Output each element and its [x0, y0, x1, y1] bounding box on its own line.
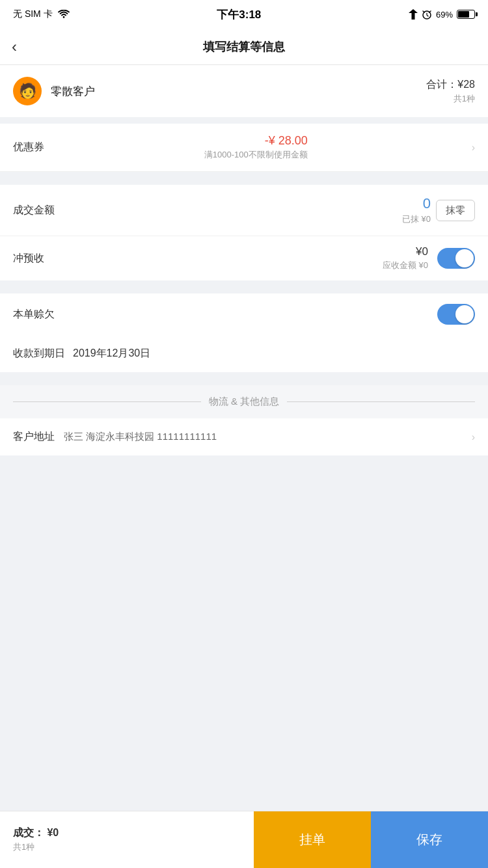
due-date-value[interactable]: 2019年12月30日 [73, 347, 150, 360]
divider-1 [0, 178, 488, 185]
bottom-bar: 成交： ¥0 共1种 挂单 保存 [0, 811, 488, 868]
address-row[interactable]: 客户地址 张三 海淀永丰科技园 11111111111 › [0, 418, 488, 455]
logistics-line-right [287, 401, 475, 402]
alarm-icon [422, 9, 432, 20]
bottom-amount-value: ¥0 [47, 827, 59, 838]
debt-card: 本单赊欠 收款到期日 2019年12月30日 [0, 293, 488, 372]
debt-row: 本单赊欠 [0, 293, 488, 335]
customer-name: 零散客户 [51, 84, 95, 99]
prepayment-receivable: 应收金额 ¥0 [383, 260, 428, 271]
debt-toggle[interactable] [437, 304, 475, 325]
prepayment-amount: ¥0 [383, 245, 428, 258]
transaction-amount[interactable]: 0 [402, 195, 431, 212]
logistics-title: 物流 & 其他信息 [209, 396, 279, 408]
status-left: 无 SIM 卡 [13, 8, 70, 20]
hold-button[interactable]: 挂单 [254, 811, 371, 869]
debt-label: 本单赊欠 [13, 308, 55, 321]
content-area: 🧑 零散客户 合计：¥28 共1种 优惠券 -¥ 28.00 满1000-100… [0, 65, 488, 683]
avatar: 🧑 [13, 77, 42, 105]
prepayment-toggle[interactable] [437, 248, 475, 269]
prepayment-label: 冲预收 [13, 252, 44, 265]
coupon-discount: -¥ 28.00 [265, 134, 308, 148]
customer-right: 合计：¥28 共1种 [426, 78, 475, 105]
prepayment-amounts: ¥0 应收金额 ¥0 [383, 245, 428, 271]
debt-toggle-knob [455, 305, 474, 323]
coupon-right: -¥ 28.00 满1000-100不限制使用金额 [204, 134, 308, 161]
status-right: 69% [409, 9, 475, 20]
coupon-subtext: 满1000-100不限制使用金额 [204, 149, 308, 161]
divider-3 [0, 379, 488, 385]
due-date-label: 收款到期日 [13, 347, 65, 360]
customer-left: 🧑 零散客户 [13, 77, 95, 105]
toggle-knob [455, 249, 474, 267]
transaction-row: 成交金额 0 已抹 ¥0 抹零 [0, 185, 488, 236]
nav-bar: ‹ 填写结算等信息 [0, 29, 488, 65]
logistics-line-left [13, 401, 201, 402]
empty-area [0, 455, 488, 625]
svg-point-0 [62, 16, 64, 18]
prepayment-row: 冲预收 ¥0 应收金额 ¥0 [0, 236, 488, 280]
transaction-right: 0 已抹 ¥0 抹零 [402, 195, 475, 225]
transaction-card: 成交金额 0 已抹 ¥0 抹零 冲预收 ¥0 应收金额 ¥0 [0, 185, 488, 280]
bottom-amount-label: 成交： ¥0 [13, 826, 241, 840]
coupon-card: 优惠券 -¥ 28.00 满1000-100不限制使用金额 › [0, 124, 488, 172]
battery-label: 69% [436, 10, 453, 20]
divider-2 [0, 287, 488, 293]
bottom-amount-prefix: 成交： [13, 827, 44, 838]
logistics-header: 物流 & 其他信息 [0, 385, 488, 418]
back-button[interactable]: ‹ [12, 38, 17, 56]
address-chevron: › [468, 431, 475, 443]
bottom-summary: 成交： ¥0 共1种 [0, 826, 254, 853]
chevron-right-icon: › [472, 142, 475, 154]
no-sim-label: 无 SIM 卡 [13, 8, 53, 20]
save-button[interactable]: 保存 [371, 811, 488, 869]
total-count: 共1种 [426, 93, 475, 105]
wifi-icon [58, 10, 70, 19]
customer-row: 🧑 零散客户 合计：¥28 共1种 [0, 65, 488, 117]
bottom-count: 共1种 [13, 841, 241, 853]
transaction-label: 成交金额 [13, 204, 55, 217]
address-chevron-icon: › [472, 431, 475, 443]
battery-icon [457, 10, 475, 19]
coupon-label: 优惠券 [13, 141, 44, 154]
transaction-subtext: 已抹 ¥0 [402, 213, 431, 225]
status-time: 下午3:18 [217, 7, 261, 22]
address-value: 张三 海淀永丰科技园 11111111111 [64, 431, 468, 443]
total-amount: 合计：¥28 [426, 78, 475, 92]
due-date-row: 收款到期日 2019年12月30日 [0, 335, 488, 372]
coupon-row[interactable]: 优惠券 -¥ 28.00 满1000-100不限制使用金额 › [0, 124, 488, 172]
location-icon [409, 9, 418, 20]
address-label: 客户地址 [13, 430, 55, 444]
page-title: 填写结算等信息 [203, 39, 285, 55]
prepayment-right: ¥0 应收金额 ¥0 [383, 245, 475, 271]
status-bar: 无 SIM 卡 下午3:18 69% [0, 0, 488, 29]
round-zero-button[interactable]: 抹零 [436, 200, 475, 221]
